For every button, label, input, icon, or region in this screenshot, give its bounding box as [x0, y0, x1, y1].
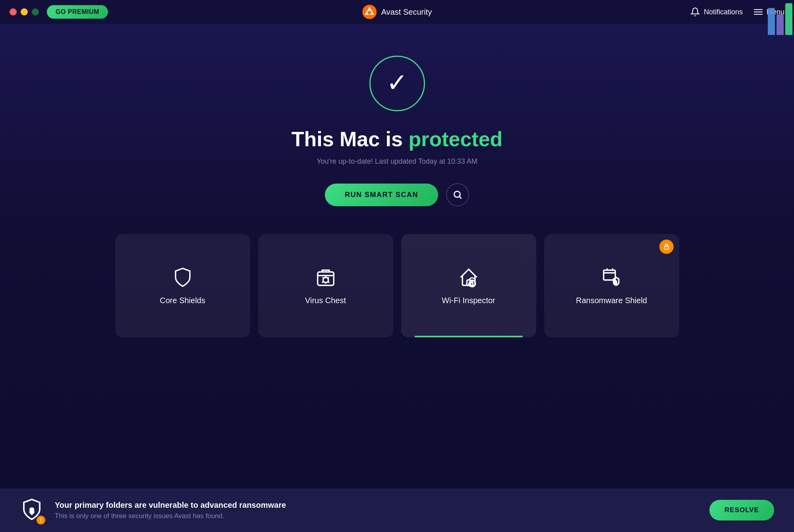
ransomware-shield-icon: $: [601, 267, 622, 288]
notifications-label: Notifications: [704, 8, 743, 16]
svg-point-1: [367, 11, 371, 14]
alert-warning-badge: !: [37, 516, 45, 524]
virus-chest-label: Virus Chest: [305, 296, 346, 305]
title-prefix: This Mac is: [292, 128, 409, 151]
chart-bar-1: [768, 8, 775, 35]
app-title-center: Avast Security: [362, 5, 432, 19]
wifi-inspector-card[interactable]: Wi-Fi Inspector: [401, 234, 536, 337]
shield-icon: [172, 267, 193, 288]
svg-line-10: [328, 281, 329, 282]
virus-chest-card[interactable]: Virus Chest: [258, 234, 393, 337]
svg-line-3: [460, 197, 462, 199]
svg-point-2: [454, 191, 460, 197]
lock-icon: [663, 243, 670, 250]
feature-cards-section: Core Shields Virus Chest: [75, 234, 719, 337]
svg-text:$: $: [614, 280, 616, 284]
virus-chest-icon: [315, 267, 336, 288]
wifi-inspector-icon: [458, 267, 479, 288]
alert-icon-wrapper: $ !: [20, 497, 44, 523]
resolve-button[interactable]: RESOLVE: [709, 500, 774, 520]
chart-bars-decoration: [768, 3, 794, 35]
alert-bar: $ ! Your primary folders are vulnerable …: [0, 488, 794, 532]
core-shields-label: Core Shields: [160, 296, 205, 305]
ransomware-shield-label: Ransomware Shield: [576, 296, 647, 305]
fullscreen-dot[interactable]: [32, 8, 39, 15]
chart-bar-3: [785, 3, 792, 35]
notifications-button[interactable]: Notifications: [690, 7, 743, 17]
alert-subtitle: This is only one of three security issue…: [55, 512, 698, 520]
ransomware-shield-card[interactable]: $ Ransomware Shield: [544, 234, 679, 337]
svg-line-7: [327, 277, 328, 279]
app-name-label: Avast Security: [381, 8, 432, 17]
title-highlight: protected: [408, 128, 502, 151]
checkmark-icon: ✓: [386, 70, 408, 95]
svg-text:$: $: [30, 507, 34, 515]
protected-section: ✓ This Mac is protected You're up-to-dat…: [292, 56, 503, 206]
minimize-dot[interactable]: [21, 8, 28, 15]
search-button[interactable]: [446, 183, 469, 206]
alert-text: Your primary folders are vulnerable to a…: [55, 501, 698, 520]
wifi-inspector-label: Wi-Fi Inspector: [442, 296, 495, 305]
alert-title: Your primary folders are vulnerable to a…: [55, 501, 698, 510]
run-smart-scan-button[interactable]: RUN SMART SCAN: [325, 184, 438, 206]
search-icon: [452, 190, 463, 200]
avast-logo-icon: [362, 5, 377, 19]
last-updated-text: You're up-to-date! Last updated Today at…: [317, 157, 477, 166]
go-premium-button[interactable]: GO PREMIUM: [47, 5, 108, 19]
title-bar: GO PREMIUM Avast Security Notifications …: [0, 0, 794, 24]
svg-line-9: [322, 281, 323, 282]
protected-title: This Mac is protected: [292, 127, 503, 151]
svg-line-8: [323, 277, 324, 279]
bell-icon: [690, 7, 700, 17]
close-dot[interactable]: [10, 8, 17, 15]
actions-row: RUN SMART SCAN: [325, 183, 469, 206]
svg-rect-13: [664, 246, 668, 250]
main-content: ✓ This Mac is protected You're up-to-dat…: [0, 24, 794, 532]
check-circle: ✓: [369, 56, 425, 111]
window-controls: [10, 8, 39, 15]
lock-badge: [659, 240, 674, 254]
core-shields-card[interactable]: Core Shields: [115, 234, 250, 337]
chart-bar-2: [777, 14, 784, 35]
hamburger-icon: [754, 9, 763, 15]
